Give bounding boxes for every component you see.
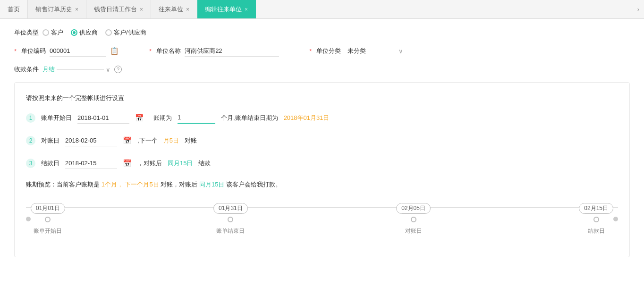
timeline-badge-3: 02月05日 [396,203,431,214]
step-label-1: 账单开始日 [41,114,72,122]
timeline-badge-4: 02月15日 [579,203,613,214]
step3-highlight: 同月15日 [168,159,193,168]
timeline-nodes: 01月01日 账单开始日 01月31日 账单结束日 02月05日 对账日 02月… [31,203,613,235]
unit-category-value: 未分类 [347,47,376,55]
unit-name-group: * 单位名称 [149,45,279,57]
step-calendar-icon-2[interactable]: 📅 [123,136,132,145]
radio-supplier[interactable]: 供应商 [71,28,98,37]
step2-text: 对账 [185,136,197,145]
unit-category-label: 单位分类 [316,47,341,55]
timeline-label-2: 账单结束日 [216,227,245,235]
step-label-3: 结款日 [41,159,59,168]
unit-name-label: 单位名称 [156,47,181,55]
payment-settings-panel: 请按照未来的一个完整帐期进行设置 1 账单开始日 📅 账期为 个月,账单结束日期… [14,82,630,257]
unit-code-copy-icon[interactable]: 📋 [110,47,119,55]
preview-end: 该客户会给我打款。 [226,181,281,188]
step-num-2: 2 [26,136,35,145]
step-label-2: 对账日 [41,136,59,145]
preview-mid: 对账，对账后 [161,181,197,188]
radio-customer-circle [42,29,49,36]
timeline-badge-2: 01月31日 [213,203,248,214]
payment-terms-select-wrap[interactable]: 月结 ∨ [42,65,110,74]
tab-bar: 首页 销售订单历史 × 钱货日清工作台 × 往来单位 × 编辑往来单位 × › [0,0,644,19]
payment-terms-help-icon[interactable]: ? [114,66,122,73]
step-calendar-icon-1[interactable]: 📅 [135,114,144,122]
radio-customer[interactable]: 客户 [42,28,63,37]
step3-text: 结款 [198,159,211,168]
radio-both[interactable]: 客户/供应商 [105,28,146,37]
radio-both-circle [105,29,112,36]
tab-partner-close[interactable]: × [186,6,189,13]
tab-sales-history-close[interactable]: × [75,6,78,13]
timeline-dot-1 [45,217,51,222]
timeline-node-3: 02月05日 对账日 [396,203,431,235]
unit-code-star: * [14,48,17,55]
step-row-2: 2 对账日 📅 ,下一个 月5日 对账 [26,135,618,146]
tab-bar-more-arrow[interactable]: › [633,0,644,18]
preview-text: 账期预览：当前客户账期是 1个月， 下一个月5日 对账，对账后 同月15日 该客… [26,180,618,189]
payment-terms-underline [57,69,104,70]
preview-p3: 同月15日 [199,181,224,188]
timeline-label-4: 结款日 [588,227,605,235]
tab-sales-history-label: 销售订单历史 [35,5,72,14]
step-num-1: 1 [26,113,35,123]
tab-partner[interactable]: 往来单位 × [151,0,197,18]
payment-terms-label: 收款条件 [14,65,39,74]
tab-sales-history[interactable]: 销售订单历史 × [28,0,86,18]
preview-p1: 1个月， [102,181,123,188]
unit-category-star: * [309,48,312,55]
preview-p2: 下一个月5日 [125,181,159,188]
preview-label: 账期预览：当前客户账期是 [26,181,100,188]
timeline-label-3: 对账日 [405,227,422,235]
step3-prefix: ，对账后 [137,159,162,168]
tab-cash-work-label: 钱货日清工作台 [94,5,137,14]
payment-terms-row: 收款条件 月结 ∨ ? [14,65,630,74]
unit-code-input[interactable] [50,45,106,57]
tab-cash-work-close[interactable]: × [140,6,143,13]
unit-code-group: * 单位编码 📋 [14,45,119,57]
timeline-node-1: 01月01日 账单开始日 [31,203,65,235]
tab-edit-partner-close[interactable]: × [245,6,248,13]
radio-supplier-circle [71,29,77,36]
step-suffix-text-1: 账期为 [153,114,172,122]
payment-terms-value: 月结 [42,65,55,74]
step-row-1: 1 账单开始日 📅 账期为 个月,账单结束日期为 2018年01月31日 [26,112,618,124]
step-date-input-3[interactable] [65,158,117,169]
tab-edit-partner[interactable]: 编辑往来单位 × [197,0,256,18]
step-date-input-2[interactable] [65,135,117,146]
step2-prefix: ,下一个 [137,136,158,145]
timeline-node-2: 01月31日 账单结束日 [213,203,248,235]
payment-terms-group: 收款条件 月结 ∨ ? [14,65,122,74]
period-unit-text: 个月,账单结束日期为 [221,114,278,122]
radio-customer-label: 客户 [51,28,63,37]
timeline-badge-1: 01月01日 [31,203,65,214]
period-end-date: 2018年01月31日 [284,114,330,122]
unit-info-row: * 单位编码 📋 * 单位名称 * 单位分类 未分类 ∨ [14,45,630,57]
main-content: 单位类型 客户 供应商 客户/供应商 * 单位编码 [0,19,644,287]
unit-type-group: 单位类型 客户 供应商 客户/供应商 [14,28,146,37]
radio-both-label: 客户/供应商 [114,28,146,37]
tab-home-label: 首页 [8,5,20,14]
step-row-3: 3 结款日 📅 ，对账后 同月15日 结款 [26,158,618,169]
payment-terms-dropdown-icon[interactable]: ∨ [106,66,110,73]
unit-code-label: 单位编码 [21,47,46,55]
tab-edit-partner-label: 编辑往来单位 [205,5,242,14]
step2-highlight: 月5日 [163,136,179,145]
unit-type-label: 单位类型 [14,28,39,37]
timeline-start-dot [26,217,31,221]
unit-name-input[interactable] [185,45,279,57]
timeline-end-dot [613,217,618,221]
unit-type-row: 单位类型 客户 供应商 客户/供应商 [14,28,630,37]
unit-name-star: * [149,48,152,55]
timeline-node-4: 02月15日 结款日 [579,203,613,235]
unit-category-group: * 单位分类 未分类 ∨ [309,47,403,55]
timeline-dot-4 [593,217,599,222]
panel-title: 请按照未来的一个完整帐期进行设置 [26,94,618,102]
tab-cash-work[interactable]: 钱货日清工作台 × [86,0,151,18]
step-date-input-1[interactable] [77,112,129,124]
tab-home[interactable]: 首页 [0,0,28,18]
timeline: 01月01日 账单开始日 01月31日 账单结束日 02月05日 对账日 02月… [26,198,618,249]
unit-category-dropdown-icon[interactable]: ∨ [398,48,403,55]
period-value-input[interactable] [178,112,215,124]
step-calendar-icon-3[interactable]: 📅 [123,159,132,168]
